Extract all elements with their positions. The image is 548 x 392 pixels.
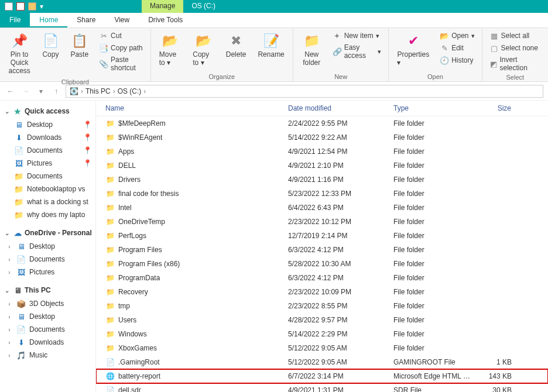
- select-all-button[interactable]: ▦Select all: [487, 30, 543, 41]
- chevron-icon[interactable]: ›: [143, 87, 146, 95]
- easy-access-button[interactable]: 🔗Easy access ▾: [330, 43, 384, 60]
- back-button[interactable]: ←: [5, 85, 16, 97]
- file-row[interactable]: 📁OneDriveTemp2/23/2022 10:12 PMFile fold…: [96, 215, 548, 229]
- open-button[interactable]: 📂Open ▾: [437, 30, 477, 41]
- file-date: 4/9/2021 12:54 PM: [283, 146, 389, 157]
- file-row[interactable]: 🌐battery-report6/7/2022 3:14 PMMicrosoft…: [96, 369, 548, 383]
- file-row[interactable]: 📁Program Files6/3/2022 4:12 PMFile folde…: [96, 243, 548, 257]
- qat-overflow-icon[interactable]: ▾: [40, 2, 43, 11]
- file-row[interactable]: 📁Intel6/4/2022 6:43 PMFile folder: [96, 201, 548, 215]
- select-none-button[interactable]: ▢Select none: [487, 43, 543, 53]
- rename-button[interactable]: 📝Rename: [254, 30, 287, 61]
- invert-selection-button[interactable]: ◩Invert selection: [487, 55, 543, 73]
- copy-path-button[interactable]: 📑Copy path: [97, 43, 146, 53]
- properties-button[interactable]: ✔Properties ▾: [393, 30, 433, 69]
- new-folder-button[interactable]: 📁New folder: [298, 30, 326, 69]
- file-row[interactable]: 📁Users4/28/2022 9:57 PMFile folder: [96, 313, 548, 327]
- sidebar-item[interactable]: 🖼Pictures📍: [0, 157, 95, 170]
- qat-icon-2[interactable]: [16, 2, 25, 11]
- file-row[interactable]: 📁DELL4/9/2021 2:10 PMFile folder: [96, 159, 548, 173]
- chevron-icon[interactable]: ›: [6, 269, 13, 276]
- sidebar-item[interactable]: ›📄Documents: [0, 323, 95, 336]
- tab-view[interactable]: View: [105, 13, 139, 27]
- file-date: 5/14/2022 2:29 PM: [283, 329, 389, 339]
- file-row[interactable]: 📄dell.sdr4/9/2021 1:31 PMSDR File30 KB: [96, 383, 548, 392]
- sidebar-item[interactable]: ⬇Downloads📍: [0, 131, 95, 144]
- file-row[interactable]: 📁$MfeDeepRem2/24/2022 9:55 PMFile folder: [96, 116, 548, 130]
- sidebar-item[interactable]: 📁Notebooklaptop vs: [0, 183, 95, 195]
- file-row[interactable]: 📁final code for thesis5/23/2022 12:33 PM…: [96, 187, 548, 201]
- chevron-down-icon[interactable]: ⌄: [4, 287, 11, 294]
- chevron-icon[interactable]: ›: [6, 301, 13, 307]
- chevron-down-icon[interactable]: ⌄: [4, 108, 11, 115]
- new-item-button[interactable]: ✦New item ▾: [330, 30, 384, 41]
- sidebar-item[interactable]: ›🎵Music: [0, 349, 95, 362]
- breadcrumb-drive[interactable]: OS (C:): [118, 87, 142, 95]
- recent-button[interactable]: ▾: [35, 85, 47, 97]
- chevron-icon[interactable]: ›: [6, 243, 13, 250]
- file-row[interactable]: 📁tmp2/23/2022 8:55 PMFile folder: [96, 299, 548, 313]
- qat-icon-3[interactable]: [28, 2, 36, 11]
- sidebar-onedrive[interactable]: ⌄☁OneDrive - Personal: [0, 226, 95, 240]
- history-button[interactable]: 🕘History: [437, 55, 477, 66]
- sidebar-item[interactable]: ›🖥Desktop: [0, 240, 95, 253]
- folder-icon: 📁: [105, 287, 115, 297]
- paste-shortcut-button[interactable]: 📎Paste shortcut: [97, 55, 146, 73]
- pin-to-quick-access-button[interactable]: 📌Pin to Quick access: [5, 30, 34, 77]
- file-row[interactable]: 📁Drivers4/9/2021 1:16 PMFile folder: [96, 173, 548, 187]
- breadcrumb-pc[interactable]: This PC: [85, 87, 111, 95]
- sidebar-item[interactable]: ›⬇Downloads: [0, 336, 95, 349]
- file-name: XboxGames: [118, 344, 157, 352]
- file-row[interactable]: 📁XboxGames5/12/2022 9:05 AMFile folder: [96, 341, 548, 355]
- sidebar-this-pc[interactable]: ⌄🖥This PC: [0, 283, 95, 297]
- qat-icon-1[interactable]: [5, 2, 13, 11]
- file-list[interactable]: Name Date modified Type Size 📁$MfeDeepRe…: [96, 101, 548, 392]
- sidebar-item[interactable]: ›📦3D Objects: [0, 297, 95, 310]
- file-row[interactable]: 📁Recovery2/23/2022 10:09 PMFile folder: [96, 285, 548, 299]
- file-row[interactable]: 📁Windows5/14/2022 2:29 PMFile folder: [96, 327, 548, 341]
- navigation-pane[interactable]: ⌄★Quick access 🖥Desktop📍⬇Downloads📍📄Docu…: [0, 101, 96, 392]
- sidebar-item[interactable]: 📁why does my lapto: [0, 208, 95, 221]
- sidebar-item[interactable]: 🖥Desktop📍: [0, 118, 95, 131]
- column-type[interactable]: Type: [389, 101, 477, 116]
- sidebar-item[interactable]: 📄Documents📍: [0, 144, 95, 157]
- column-size[interactable]: Size: [477, 101, 523, 116]
- sidebar-item[interactable]: ›🖥Desktop: [0, 310, 95, 323]
- forward-button[interactable]: →: [20, 85, 32, 97]
- file-row[interactable]: 📁Program Files (x86)5/28/2022 10:30 AMFi…: [96, 257, 548, 271]
- up-button[interactable]: ↑: [50, 85, 62, 97]
- column-date[interactable]: Date modified: [283, 101, 389, 116]
- chevron-icon[interactable]: ›: [6, 256, 13, 263]
- file-row[interactable]: 📁ProgramData6/3/2022 4:12 PMFile folder: [96, 271, 548, 285]
- copy-to-button[interactable]: 📂Copy to ▾: [189, 30, 218, 69]
- chevron-icon[interactable]: ›: [6, 326, 13, 333]
- edit-button[interactable]: ✎Edit: [437, 43, 477, 53]
- tab-home[interactable]: Home: [30, 13, 67, 27]
- chevron-icon[interactable]: ›: [6, 339, 13, 346]
- chevron-icon[interactable]: ›: [81, 87, 83, 95]
- chevron-icon[interactable]: ›: [113, 87, 115, 95]
- address-bar[interactable]: 💽 › This PC › OS (C:) ›: [66, 85, 543, 98]
- chevron-icon[interactable]: ›: [6, 352, 13, 359]
- sidebar-item[interactable]: 📁Documents: [0, 170, 95, 183]
- copy-button[interactable]: 📄Copy: [39, 30, 62, 61]
- file-row[interactable]: 📄.GamingRoot5/12/2022 9:05 AMGAMINGROOT …: [96, 355, 548, 369]
- move-to-button[interactable]: 📂Move to ▾: [156, 30, 184, 69]
- context-tab[interactable]: Manage: [142, 0, 183, 13]
- column-name[interactable]: Name: [96, 101, 283, 116]
- tab-drive-tools[interactable]: Drive Tools: [139, 13, 192, 27]
- file-row[interactable]: 📁Apps4/9/2021 12:54 PMFile folder: [96, 145, 548, 159]
- sidebar-item[interactable]: 📁what is a docking st: [0, 195, 95, 208]
- sidebar-quick-access[interactable]: ⌄★Quick access: [0, 104, 95, 118]
- tab-share[interactable]: Share: [67, 13, 105, 27]
- chevron-icon[interactable]: ›: [6, 314, 13, 320]
- sidebar-item[interactable]: ›🖼Pictures: [0, 266, 95, 278]
- tab-file[interactable]: File: [0, 13, 30, 27]
- delete-button[interactable]: ✖Delete: [222, 30, 250, 61]
- file-row[interactable]: 📁PerfLogs12/7/2019 2:14 PMFile folder: [96, 229, 548, 243]
- file-row[interactable]: 📁$WinREAgent5/14/2022 9:22 AMFile folder: [96, 130, 548, 145]
- chevron-down-icon[interactable]: ⌄: [4, 230, 11, 236]
- cut-button[interactable]: ✂Cut: [97, 30, 146, 41]
- paste-button[interactable]: 📋Paste: [67, 30, 92, 61]
- sidebar-item[interactable]: ›📄Documents: [0, 253, 95, 266]
